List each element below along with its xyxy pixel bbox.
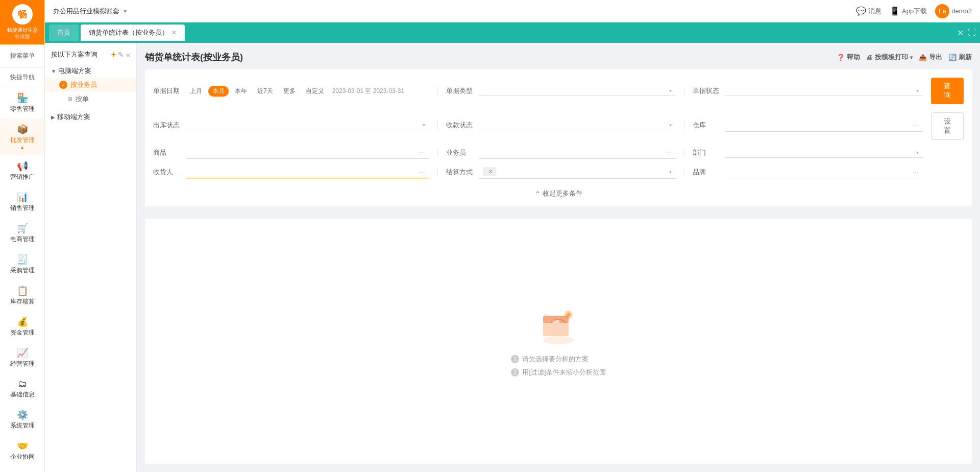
sidebar-item-sales[interactable]: 📊 销售管理 xyxy=(0,186,44,218)
query-button[interactable]: 查询 xyxy=(931,78,964,104)
sidebar-item-retail[interactable]: 🏪 零售管理 xyxy=(0,87,44,119)
sidebar-item-operation[interactable]: 📈 经营管理 xyxy=(0,342,44,373)
receive-status-control[interactable]: ▾ xyxy=(479,120,676,130)
settings-button[interactable]: 设置 xyxy=(931,112,964,140)
retail-label: 零售管理 xyxy=(10,105,35,113)
filter-row-2: 出库状态 ▾ 收款状态 ▾ xyxy=(153,110,964,140)
topbar-user[interactable]: Ea demo2 xyxy=(935,4,972,18)
inventory-icon: 📋 xyxy=(17,285,28,296)
date-btn-this-year[interactable]: 本年 xyxy=(231,86,251,97)
sidebar-item-newbie[interactable]: 🔰 新手引导 xyxy=(0,466,44,472)
receive-status-arrow: ▾ xyxy=(669,122,672,128)
ecommerce-label: 电商管理 xyxy=(10,235,35,244)
sidebar-search-section: 搜索菜单 xyxy=(0,44,44,68)
warehouse-more-icon[interactable]: ··· xyxy=(913,121,919,129)
brand-more-icon[interactable]: ··· xyxy=(913,168,919,176)
scheme-panel-title: 按以下方案查询 xyxy=(51,50,97,59)
sidebar-item-purchase[interactable]: 🧾 采购管理 xyxy=(0,249,44,280)
collapse-btn[interactable]: ⌃ 收起更多条件 xyxy=(153,185,964,198)
consignee-more-icon[interactable]: ··· xyxy=(419,168,425,176)
topbar-dropdown-arrow[interactable]: ▾ xyxy=(124,7,127,15)
date-btn-custom[interactable]: 自定义 xyxy=(302,86,328,97)
finance-icon: 💰 xyxy=(17,316,28,327)
scheme-mobile-label: 移动端方案 xyxy=(57,112,90,122)
tab-bar-actions: ✕ ⛶ xyxy=(957,28,976,38)
wholesale-arrow: ▲ xyxy=(20,145,25,150)
sidebar-item-finance[interactable]: 💰 资金管理 xyxy=(0,311,44,342)
purchase-label: 采购管理 xyxy=(10,266,35,275)
dept-control[interactable]: ▾ xyxy=(725,148,923,158)
goods-control[interactable]: ··· xyxy=(186,146,429,159)
collab-icon: 🤝 xyxy=(17,440,28,452)
doc-type-arrow: ▾ xyxy=(669,88,672,93)
help-btn[interactable]: ❓ 帮助 xyxy=(837,53,860,62)
refresh-icon: 🔄 xyxy=(948,54,957,61)
filter-receive-status: 收款状态 ▾ xyxy=(446,120,676,130)
tab-expand-btn[interactable]: ⛶ xyxy=(968,28,976,37)
topbar-message[interactable]: 💬 消息 xyxy=(856,6,881,16)
scheme-edit-btn[interactable]: ✎ xyxy=(118,51,124,59)
sidebar-menu: 🏪 零售管理 📦 批发管理 ▲ 📢 营销推广 📊 销售管理 🛒 电商管理 🧾 采… xyxy=(0,87,44,472)
dept-arrow: ▾ xyxy=(916,150,919,155)
consignee-label: 收货人 xyxy=(153,168,182,177)
sidebar-item-inventory[interactable]: 📋 库存核算 xyxy=(0,280,44,311)
date-btn-7days[interactable]: 近7天 xyxy=(253,86,277,97)
date-range-text: 2023-03-01 至 2023-03-31 xyxy=(332,87,404,96)
tab-close-icon[interactable]: ✕ xyxy=(172,29,177,36)
tab-sales-stat[interactable]: 销货单统计表（按业务员） ✕ xyxy=(81,25,185,41)
sidebar-item-marketing[interactable]: 📢 营销推广 xyxy=(0,155,44,186)
out-status-arrow: ▾ xyxy=(423,122,425,128)
goods-more-icon[interactable]: ··· xyxy=(419,148,425,156)
help-icon: ❓ xyxy=(837,54,845,61)
staff-control[interactable]: ··· xyxy=(479,146,676,159)
help-label: 帮助 xyxy=(847,53,860,62)
warehouse-control[interactable]: ··· xyxy=(725,119,923,132)
scheme-add-btn[interactable]: + xyxy=(111,50,116,59)
template-print-icon: 🖨 xyxy=(866,54,873,61)
sidebar-item-collab[interactable]: 🤝 企业协同 xyxy=(0,435,44,466)
tab-home[interactable]: 首页 xyxy=(49,25,79,41)
scheme-mobile-arrow: ▶ xyxy=(51,114,55,120)
sidebar-item-wholesale[interactable]: 📦 批发管理 ▲ xyxy=(0,119,44,155)
template-print-btn[interactable]: 🖨 按模板打印 ▾ xyxy=(866,53,913,62)
ecommerce-icon: 🛒 xyxy=(17,223,28,234)
doc-type-control[interactable]: ▾ xyxy=(479,86,676,96)
settle-tag-close[interactable]: ✕ xyxy=(488,168,493,175)
system-icon: ⚙️ xyxy=(17,409,28,420)
staff-more-icon[interactable]: ··· xyxy=(666,148,672,156)
sidebar-item-system[interactable]: ⚙️ 系统管理 xyxy=(0,404,44,435)
template-print-label: 按模板打印 xyxy=(875,53,908,62)
quick-nav-label[interactable]: 快捷导航 xyxy=(10,70,35,85)
marketing-icon: 📢 xyxy=(17,160,28,172)
scheme-sub-by-order[interactable]: ⊞ 按单 xyxy=(45,92,136,106)
sidebar-logo[interactable]: 畅 畅捷通好生意 标准版 xyxy=(0,0,44,44)
brand-control[interactable]: ··· xyxy=(725,166,923,178)
doc-status-control[interactable]: ▾ xyxy=(725,86,923,96)
tab-close-all-btn[interactable]: ✕ xyxy=(957,28,964,38)
search-menu-label[interactable]: 搜索菜单 xyxy=(10,49,35,63)
filter-sep-4 xyxy=(684,121,684,129)
date-btn-this-month[interactable]: 本月 xyxy=(208,86,229,97)
sidebar-item-ecommerce[interactable]: 🛒 电商管理 xyxy=(0,218,44,249)
consignee-control[interactable]: ··· xyxy=(186,166,429,178)
refresh-btn[interactable]: 🔄 刷新 xyxy=(948,53,972,62)
scheme-item-by-staff[interactable]: ✓ 按业务员 xyxy=(45,78,136,92)
finance-label: 资金管理 xyxy=(10,328,35,337)
sidebar-item-basic[interactable]: 🗂 基础信息 xyxy=(0,373,44,404)
filter-doc-type: 单据类型 ▾ xyxy=(446,86,676,96)
template-print-arrow: ▾ xyxy=(910,55,913,60)
refresh-label: 刷新 xyxy=(959,53,972,62)
scheme-pc-group-header[interactable]: ▼ 电脑端方案 xyxy=(45,64,136,78)
date-btn-last-month[interactable]: 上月 xyxy=(186,86,206,97)
out-status-control[interactable]: ▾ xyxy=(186,120,429,130)
scheme-mobile-group-header[interactable]: ▶ 移动端方案 xyxy=(45,110,136,124)
export-btn[interactable]: 📤 导出 xyxy=(919,53,942,62)
page-title-row: 销货单统计表(按业务员) ❓ 帮助 🖨 按模板打印 ▾ 📤 导出 xyxy=(145,51,972,63)
date-btn-more[interactable]: 更多 xyxy=(279,86,300,97)
svg-point-0 xyxy=(543,336,574,344)
filter-dept: 部门 ▾ xyxy=(693,148,923,158)
settle-control[interactable]: ✕ ▾ xyxy=(479,165,676,179)
settings-btn-spacer: 设置 xyxy=(923,110,964,140)
scheme-collapse-btn[interactable]: « xyxy=(126,51,130,59)
topbar-app-download[interactable]: 📱 App下载 xyxy=(890,6,927,16)
